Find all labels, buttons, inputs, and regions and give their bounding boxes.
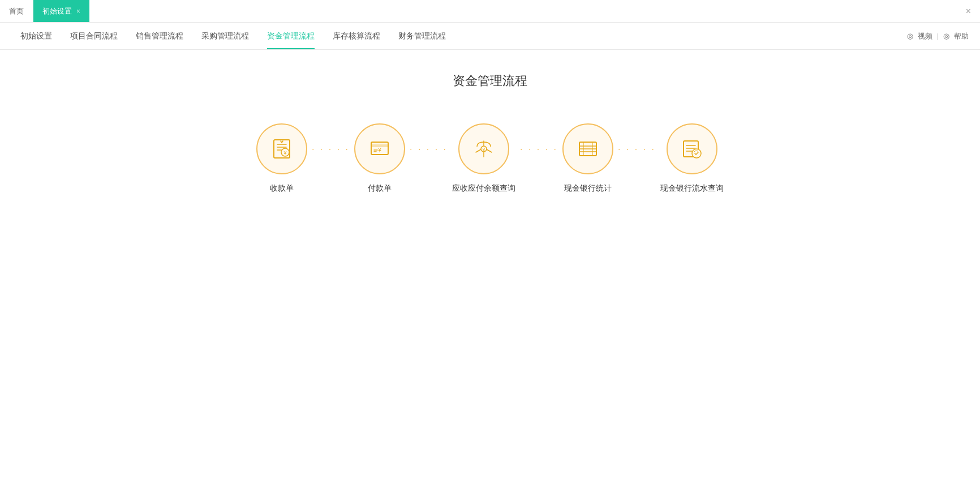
cash-bank-label: 现金银行统计	[564, 183, 612, 194]
connector-1: · · · · ·	[307, 144, 354, 155]
page-title: 资金管理流程	[453, 72, 527, 89]
connector-4: · · · · ·	[613, 144, 660, 155]
flow-item-payment[interactable]: ¥ 付款单	[354, 123, 405, 194]
nav-item-purchase[interactable]: 采购管理流程	[192, 23, 258, 49]
help-link[interactable]: 帮助	[954, 31, 969, 41]
payment-icon-circle: ¥	[354, 123, 405, 174]
payment-label: 付款单	[368, 183, 392, 194]
flow-item-cash-bank[interactable]: 现金银行统计	[562, 123, 613, 194]
nav-item-sales[interactable]: 销售管理流程	[127, 23, 192, 49]
svg-text:¥: ¥	[377, 147, 381, 153]
flow-item-receipt[interactable]: ¥ 收款单	[256, 123, 307, 194]
nav-item-project[interactable]: 项目合同流程	[61, 23, 127, 49]
nav-bar: 初始设置 项目合同流程 销售管理流程 采购管理流程 资金管理流程 库存核算流程 …	[0, 23, 980, 50]
tab-label: 初始设置	[42, 6, 72, 16]
window-close-button[interactable]: ×	[966, 6, 971, 16]
balance-label: 应收应付余额查询	[452, 183, 515, 194]
svg-text:¥: ¥	[482, 147, 485, 152]
nav-right: ◎ 视频 | ◎ 帮助	[907, 31, 969, 41]
cash-flow-icon-circle	[667, 123, 717, 174]
svg-text:¥: ¥	[283, 150, 287, 156]
receipt-icon: ¥	[269, 136, 294, 161]
cash-flow-label: 现金银行流水查询	[660, 183, 724, 194]
nav-divider: |	[937, 32, 939, 40]
flow-item-balance[interactable]: ¥ 应收应付余额查询	[452, 123, 515, 194]
nav-item-finance[interactable]: 财务管理流程	[389, 23, 455, 49]
dots-icon-2: · · · · ·	[410, 144, 448, 155]
balance-icon-circle: ¥	[458, 123, 509, 174]
top-bar-right: ×	[966, 6, 980, 16]
receipt-icon-circle: ¥	[256, 123, 307, 174]
cash-flow-icon	[680, 136, 704, 161]
receipt-label: 收款单	[270, 183, 294, 194]
cash-bank-icon-circle	[562, 123, 613, 174]
circle-play-icon: ◎	[907, 32, 913, 40]
connector-3: · · · · ·	[515, 144, 562, 155]
dots-icon-1: · · · · ·	[312, 144, 350, 155]
top-bar: 首页 初始设置 × ×	[0, 0, 980, 23]
connector-2: · · · · ·	[405, 144, 452, 155]
initial-setup-tab[interactable]: 初始设置 ×	[33, 0, 89, 22]
dots-icon-3: · · · · ·	[520, 144, 558, 155]
nav-item-initial[interactable]: 初始设置	[11, 23, 61, 49]
flow-container: ¥ 收款单 · · · · · ¥ 付款单 · ·	[179, 123, 801, 194]
cash-bank-icon	[575, 136, 600, 161]
main-content: 资金管理流程 ¥ 收款单 · · · · ·	[0, 50, 980, 216]
circle-question-icon: ◎	[943, 32, 949, 40]
flow-item-cash-flow[interactable]: 现金银行流水查询	[660, 123, 724, 194]
nav-item-inventory[interactable]: 库存核算流程	[324, 23, 389, 49]
payment-icon: ¥	[367, 136, 392, 161]
nav-item-funds[interactable]: 资金管理流程	[258, 23, 324, 49]
tab-close-button[interactable]: ×	[76, 7, 80, 15]
home-tab[interactable]: 首页	[0, 0, 33, 22]
balance-icon: ¥	[471, 136, 496, 161]
video-link[interactable]: 视频	[918, 31, 932, 41]
dots-icon-4: · · · · ·	[618, 144, 656, 155]
